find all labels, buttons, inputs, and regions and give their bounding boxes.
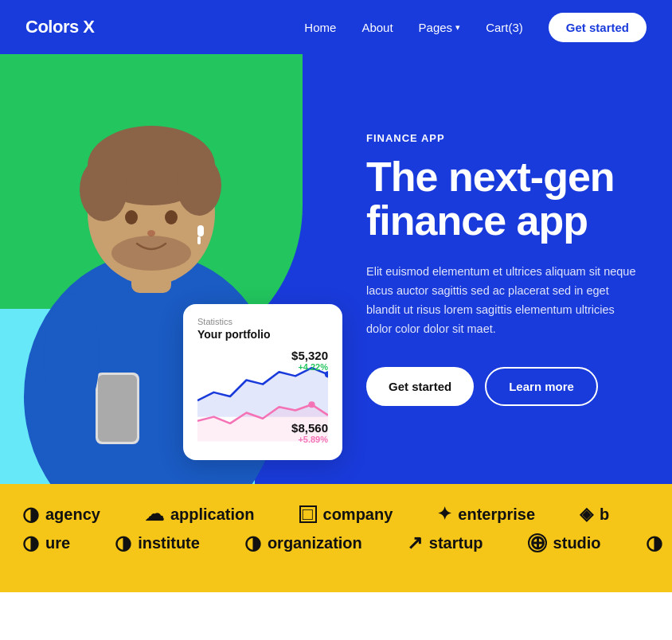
nav-cta-button[interactable]: Get started <box>549 13 647 42</box>
hero-section: Statistics Your portfolio $5,32 <box>0 54 672 484</box>
svg-point-19 <box>308 401 315 408</box>
organization-icon: ◑ <box>244 532 261 554</box>
svg-point-4 <box>80 158 127 221</box>
logo: Colors X <box>25 17 94 37</box>
company-icon: □ <box>299 505 317 523</box>
brands-row-1: ◑ agency ☁ application □ company ✦ enter… <box>0 503 672 525</box>
b-icon: ◈ <box>580 504 593 525</box>
navbar: Colors X Home About Pages ▾ Cart(3) Get … <box>0 0 672 54</box>
enterprise-icon: ✦ <box>437 504 451 525</box>
hero-content: FINANCE APP The next-gen finance app Eli… <box>334 54 672 484</box>
brand-startup: ↗ startup <box>385 532 506 554</box>
hero-tag: FINANCE APP <box>366 132 640 144</box>
nav-links: Home About Pages ▾ Cart(3) Get started <box>304 13 647 42</box>
hero-cta-primary[interactable]: Get started <box>366 367 474 406</box>
studio-label: studio <box>553 534 601 552</box>
application-icon: ☁ <box>145 503 164 525</box>
chevron-down-icon: ▾ <box>455 22 460 33</box>
stats-card: Statistics Your portfolio $5,32 <box>183 304 342 460</box>
brand-ure: ◑ ure <box>0 532 92 554</box>
svg-point-7 <box>165 210 178 224</box>
ure-icon: ◑ <box>22 532 39 554</box>
svg-rect-13 <box>98 375 137 442</box>
svg-point-14 <box>44 293 100 420</box>
brand-extra: ◑ <box>623 532 672 554</box>
application-label: application <box>170 505 255 524</box>
pages-dropdown[interactable]: Pages ▾ <box>419 21 461 34</box>
stat-change-1: +4.22% <box>291 362 328 372</box>
stat-value-2: $8,560 <box>291 421 328 435</box>
brands-section: ◑ agency ☁ application □ company ✦ enter… <box>0 484 672 592</box>
stat-change-2: +5.89% <box>291 435 328 444</box>
agency-icon: ◑ <box>22 503 39 525</box>
studio-icon: ⊕ <box>528 533 547 552</box>
brand-institute: ◑ institute <box>92 532 222 554</box>
organization-label: organization <box>268 534 362 552</box>
stats-title: Your portfolio <box>197 328 328 341</box>
svg-rect-11 <box>197 236 201 244</box>
brands-row-2: ◑ ure ◑ institute ◑ organization ↗ start… <box>0 525 672 573</box>
ure-label: ure <box>45 534 70 552</box>
institute-icon: ◑ <box>115 532 131 554</box>
svg-point-5 <box>177 155 221 216</box>
svg-point-8 <box>147 230 155 236</box>
brand-b: ◈ b <box>557 504 631 525</box>
company-label: company <box>323 505 393 524</box>
b-label: b <box>600 505 609 524</box>
startup-icon: ↗ <box>407 532 423 554</box>
hero-image-area: Statistics Your portfolio $5,32 <box>0 54 334 484</box>
brand-agency: ◑ agency <box>0 503 123 525</box>
hero-cta-secondary[interactable]: Learn more <box>485 367 598 406</box>
svg-point-6 <box>125 210 138 224</box>
about-link[interactable]: About <box>361 21 393 34</box>
hero-title: The next-gen finance app <box>366 155 640 244</box>
institute-label: institute <box>138 534 200 552</box>
stat-value-1: $5,320 <box>291 349 328 362</box>
brand-enterprise: ✦ enterprise <box>415 504 557 525</box>
agency-label: agency <box>45 505 100 524</box>
extra-icon: ◑ <box>646 532 662 554</box>
hero-buttons: Get started Learn more <box>366 367 640 406</box>
svg-rect-10 <box>197 225 204 236</box>
home-link[interactable]: Home <box>304 21 336 34</box>
svg-point-9 <box>111 236 191 271</box>
enterprise-label: enterprise <box>458 505 535 524</box>
chart-area: $5,320 +4.22% $8,560 +5.89% <box>197 349 328 444</box>
hero-description: Elit euismod elementum et ultrices aliqu… <box>366 263 640 339</box>
brand-company: □ company <box>277 505 416 524</box>
startup-label: startup <box>429 534 483 552</box>
stats-label: Statistics <box>197 317 328 326</box>
cart-link[interactable]: Cart(3) <box>486 21 523 34</box>
brand-studio: ⊕ studio <box>506 533 623 552</box>
brand-application: ☁ application <box>123 503 277 525</box>
brand-organization: ◑ organization <box>222 532 385 554</box>
